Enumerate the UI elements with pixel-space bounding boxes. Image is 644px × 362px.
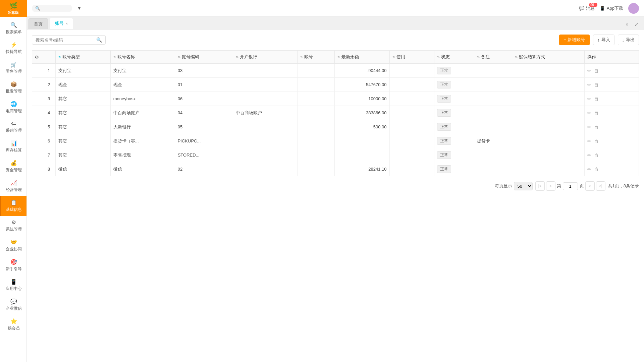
cell-remark [474,106,512,120]
cell-settlement [512,106,585,120]
header-dropdown[interactable]: ▼ [77,6,82,11]
sidebar-item-basic-info[interactable]: 📋基础信息 [0,196,26,216]
edit-button[interactable]: ✏ [587,138,591,144]
edit-button[interactable]: ✏ [587,153,591,158]
sidebar-item-purchase-mgmt[interactable]: 🏷采购管理 [0,117,26,137]
sidebar-label-basic-info: 基础信息 [6,207,22,213]
page-next-btn[interactable]: > [585,181,595,191]
th-account-name[interactable]: ⇅ 账号名称 [110,51,175,64]
cell-code: 04 [175,106,233,120]
delete-button[interactable]: 🗑 [594,110,599,116]
page-size-dropdown[interactable]: 102050100 [514,182,533,190]
th-remark[interactable]: ⇅ 备注 [474,51,512,64]
download-button[interactable]: 📱 App下载 [600,5,623,11]
delete-button[interactable]: 🗑 [594,138,599,144]
tab-home[interactable]: 首页 [29,18,48,29]
tab-home-label: 首页 [34,21,43,27]
sidebar-label-quick-nav: 快捷导航 [6,49,22,55]
edit-button[interactable]: ✏ [587,68,591,73]
sidebar-icon-quick-nav: ⚡ [10,42,17,48]
sort-icon-settlement: ⇅ [515,55,518,59]
sidebar-item-membership[interactable]: ⭐畅会员 [0,315,26,335]
delete-button[interactable]: 🗑 [594,82,599,87]
th-status[interactable]: ⇅ 状态 [434,51,474,64]
cell-num: 6 [42,134,56,148]
tab-controls: × ⤢ [623,20,644,29]
sidebar-item-system-mgmt[interactable]: ⚙系统管理 [0,216,26,236]
delete-button[interactable]: 🗑 [594,167,599,172]
tab-account-close[interactable]: × [66,22,68,25]
sidebar-icon-purchase-mgmt: 🏷 [11,121,16,127]
edit-button[interactable]: ✏ [587,96,591,102]
sidebar-item-funds-mgmt[interactable]: 💰资金管理 [0,157,26,176]
cell-bank [233,64,297,78]
sidebar-item-quick-nav[interactable]: ⚡快捷导航 [0,38,26,58]
status-badge: 正常 [437,165,451,173]
cell-name: 大新银行 [110,120,175,134]
th-settings[interactable]: ⚙ [32,51,42,64]
sidebar-label-purchase-mgmt: 采购管理 [6,128,22,133]
tab-close-btn[interactable]: × [623,20,631,28]
page-number-input[interactable] [563,182,578,190]
delete-button[interactable]: 🗑 [594,96,599,102]
th-default-settlement[interactable]: ⇅ 默认结算方式 [512,51,585,64]
export-button[interactable]: ↓ 导出 [618,35,639,45]
tab-maximize-btn[interactable]: ⤢ [633,20,641,28]
status-badge: 正常 [437,67,451,74]
sidebar-icon-system-mgmt: ⚙ [11,219,16,226]
cell-settings [32,78,42,92]
cell-type: 其它 [56,120,111,134]
sidebar-item-ecommerce-mgmt[interactable]: 🌐电商管理 [0,98,26,117]
th-open-bank[interactable]: ⇅ 开户银行 [233,51,297,64]
tab-bar: 首页 账号 × × ⤢ [27,17,644,29]
cell-code: 01 [175,78,233,92]
edit-button[interactable]: ✏ [587,110,591,116]
cell-remark: 提货卡 [474,134,512,148]
sidebar-item-wholesale-mgmt[interactable]: 📦批发管理 [0,78,26,98]
search-icon[interactable]: 🔍 [96,37,102,43]
add-account-button[interactable]: + 新增账号 [559,35,590,45]
sidebar-item-enterprise-wechat[interactable]: 💬企业微信 [0,295,26,315]
th-account-no[interactable]: ⇅ 账号 [297,51,334,64]
delete-button[interactable]: 🗑 [594,68,599,73]
cell-operation: ✏ 🗑 [585,134,639,148]
delete-button[interactable]: 🗑 [594,153,599,158]
sidebar-item-inventory-mgmt[interactable]: 📊库存核算 [0,137,26,157]
th-usage[interactable]: ⇅ 使用... [389,51,434,64]
message-button[interactable]: 💬 消息 99+ [579,5,595,11]
sidebar-label-system-mgmt: 系统管理 [6,227,22,232]
sidebar-item-newbie-guide[interactable]: 🎯新手引导 [0,255,26,275]
sidebar-item-search-menu[interactable]: 🔍搜索菜单 [0,18,26,38]
page-size-select: 每页显示 102050100 [495,182,533,190]
cell-balance: 10000.00 [334,92,389,106]
edit-button[interactable]: ✏ [587,124,591,130]
sidebar-icon-newbie-guide: 🎯 [10,259,17,265]
search-input[interactable] [36,38,96,43]
avatar[interactable] [628,3,639,14]
page-first-btn[interactable]: |< [535,181,545,191]
page-last-btn[interactable]: >| [596,181,605,191]
sidebar-item-app-center[interactable]: 📱应用中心 [0,275,26,295]
cell-settings [32,162,42,176]
cell-name: moneybosx [110,92,175,106]
cell-account-no [297,64,334,78]
cell-balance: -90444.00 [334,64,389,78]
edit-button[interactable]: ✏ [587,167,591,172]
page-word-after: 页 [580,183,584,189]
edit-button[interactable]: ✏ [587,82,591,87]
th-latest-balance[interactable]: ⇅ 最新余额 [334,51,389,64]
page-nav: |< < 第 页 > >| [535,181,605,191]
th-account-type[interactable]: ⇅ 账号类型 [56,51,111,64]
page-prev-btn[interactable]: < [546,181,555,191]
sidebar-item-operations-mgmt[interactable]: 📈经营管理 [0,176,26,196]
tab-account[interactable]: 账号 × [50,18,73,29]
sidebar-item-retail-mgmt[interactable]: 🛒零售管理 [0,58,26,78]
th-row-num [42,51,56,64]
sidebar-item-enterprise-agreement[interactable]: 🤝企业协同 [0,236,26,255]
cell-name: 现金 [110,78,175,92]
th-account-code[interactable]: ⇅ 账号编码 [175,51,233,64]
cell-account-no [297,78,334,92]
cell-usage [389,134,434,148]
delete-button[interactable]: 🗑 [594,124,599,130]
import-button[interactable]: ↑ 导入 [593,35,614,45]
